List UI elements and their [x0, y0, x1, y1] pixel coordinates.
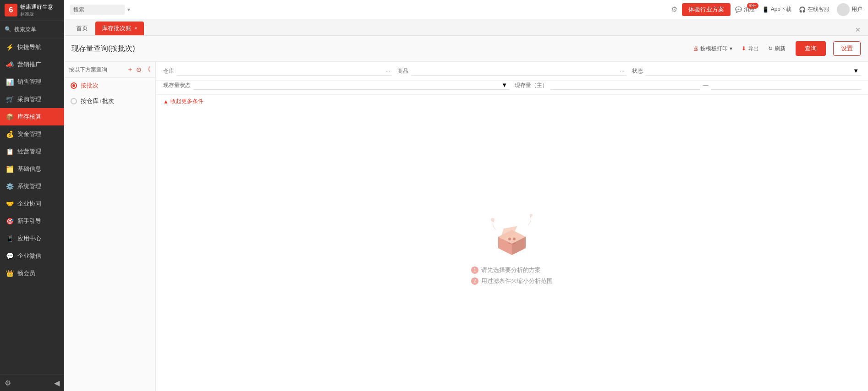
member-icon: 👑: [5, 269, 14, 277]
tab-close-icon[interactable]: ×: [134, 25, 137, 32]
left-panel-actions: ＋ ⊙ 《: [127, 65, 151, 74]
sidebar-item-enterprise-coop[interactable]: 🤝 企业协同: [0, 195, 64, 212]
tab-bar: 首页 库存批次账 × ✕: [64, 19, 868, 36]
collapse-more-conditions-button[interactable]: ▲ 收起更多条件: [163, 98, 203, 105]
filter-row-2: 现存量状态 ▼ 现存量（主） —: [156, 81, 868, 95]
filter-grid-1: 仓库 ··· 商品 ···: [163, 66, 861, 76]
sidebar-item-system[interactable]: ⚙️ 系统管理: [0, 178, 64, 195]
current-qty-min-input[interactable]: [552, 82, 698, 88]
sidebar-item-app-center[interactable]: 📱 应用中心: [0, 230, 64, 247]
inventory-icon: 📦: [5, 113, 14, 121]
page-header: 现存量查询(按批次) 🖨 按模板打印 ▾ ⬇ 导出 ↻ 刷新 查询 设置: [64, 36, 868, 62]
operation-icon: 📋: [5, 147, 14, 156]
warehouse-filter-cell: 仓库 ···: [163, 67, 392, 76]
empty-area: 1 请先选择要分析的方案 2 用过滤条件来缩小分析范围: [156, 108, 868, 391]
guide-icon: 🎯: [5, 217, 14, 225]
sidebar-item-sales[interactable]: 📊 销售管理: [0, 73, 64, 91]
export-button[interactable]: ⬇ 导出: [739, 43, 762, 54]
breadcrumb: ▾: [70, 5, 666, 15]
enterprise-coop-icon: 🤝: [5, 200, 14, 208]
filter-grid-2: 现存量状态 ▼ 现存量（主） —: [163, 81, 861, 90]
search-menu-button[interactable]: 🔍 搜索菜单: [5, 24, 60, 35]
footer-settings-button[interactable]: ⚙: [5, 379, 11, 387]
empty-tip-2: 2 用过滤条件来缩小分析范围: [471, 277, 553, 285]
radio-by-batch: [71, 82, 77, 89]
refresh-button[interactable]: ↻ 刷新: [765, 43, 788, 54]
current-qty-max-input[interactable]: [713, 82, 859, 88]
inventory-status-chevron-icon: ▼: [501, 81, 507, 88]
query-button[interactable]: 查询: [796, 41, 826, 56]
scheme-by-warehouse-batch[interactable]: 按仓库+批次: [64, 93, 155, 109]
sidebar-item-finance[interactable]: 💰 资金管理: [0, 125, 64, 143]
left-panel-header: 按以下方案查询 ＋ ⊙ 《: [64, 62, 155, 78]
print-icon: 🖨: [693, 45, 698, 52]
sidebar-footer: ⚙ ◀: [0, 375, 64, 391]
topbar-gear-button[interactable]: ⚙: [671, 5, 677, 14]
empty-text-list: 1 请先选择要分析的方案 2 用过滤条件来缩小分析范围: [471, 266, 553, 288]
filter-content: 按以下方案查询 ＋ ⊙ 《 按批次 按仓库+批次: [64, 62, 868, 391]
print-dropdown-icon: ▾: [730, 45, 732, 52]
current-qty-filter-cell: 现存量（主） —: [515, 81, 861, 90]
sidebar-item-inventory[interactable]: 📦 库存核算: [0, 108, 64, 125]
sidebar-item-operation[interactable]: 📋 经营管理: [0, 143, 64, 160]
messages-button[interactable]: 💬 消息 99+: [735, 5, 755, 13]
enterprise-wechat-icon: 💬: [5, 252, 14, 260]
collapse-panel-button[interactable]: 《: [144, 65, 151, 74]
scheme-settings-button[interactable]: ⊙: [136, 65, 142, 74]
user-avatar-area[interactable]: 用户: [837, 3, 863, 16]
sidebar-item-enterprise-wechat[interactable]: 💬 企业微信: [0, 247, 64, 265]
tab-bar-close-button[interactable]: ✕: [853, 24, 863, 35]
right-area: 仓库 ··· 商品 ···: [156, 62, 868, 391]
goods-input[interactable]: [413, 68, 620, 74]
app-center-icon: 📱: [5, 234, 14, 243]
sidebar-item-guide[interactable]: 🎯 新手引导: [0, 212, 64, 230]
scheme-by-batch[interactable]: 按批次: [64, 78, 155, 93]
sidebar-item-quick-nav[interactable]: ⚡ 快捷导航: [0, 38, 64, 56]
sidebar-item-member[interactable]: 👑 畅会员: [0, 265, 64, 282]
topbar: ▾ ⚙ 体验行业方案 💬 消息 99+ 📱 App下载 🎧 在线客服 用户: [64, 0, 868, 19]
action-row: ▲ 收起更多条件: [156, 95, 868, 108]
tab-home[interactable]: 首页: [70, 22, 94, 35]
filter-row-1: 仓库 ··· 商品 ···: [156, 62, 868, 81]
warehouse-label: 仓库: [163, 67, 174, 75]
print-button[interactable]: 🖨 按模板打印 ▾: [690, 43, 735, 54]
sidebar-collapse-button[interactable]: ◀: [54, 379, 60, 387]
topbar-search-input[interactable]: [70, 5, 125, 15]
current-qty-dash: —: [703, 82, 709, 88]
export-icon: ⬇: [742, 45, 746, 52]
sidebar-header: 6 畅康通好生意 标准版: [0, 0, 64, 21]
tab-inventory-batch[interactable]: 库存批次账 ×: [95, 22, 144, 35]
refresh-icon: ↻: [768, 45, 773, 52]
inventory-status-select-wrap[interactable]: ▼: [193, 81, 509, 90]
goods-more-icon[interactable]: ···: [620, 68, 625, 74]
sidebar-item-basic[interactable]: 🗂️ 基础信息: [0, 160, 64, 178]
trial-industry-button[interactable]: 体验行业方案: [682, 3, 731, 16]
warehouse-more-icon[interactable]: ···: [385, 68, 390, 74]
inventory-status-filter-cell: 现存量状态 ▼: [163, 81, 509, 90]
warehouse-input-wrap: ···: [177, 67, 392, 76]
radio-by-warehouse-batch: [71, 98, 77, 104]
current-qty-min-wrap: [550, 81, 700, 90]
warehouse-input[interactable]: [179, 68, 385, 74]
inventory-status-label: 现存量状态: [163, 81, 191, 89]
status-select-wrap[interactable]: ▼: [646, 66, 861, 76]
phone-icon: 📱: [762, 6, 769, 13]
current-qty-max-wrap: [711, 81, 861, 90]
page-title: 现存量查询(按批次): [71, 44, 135, 54]
sidebar-nav: ⚡ 快捷导航 📣 营销推广 📊 销售管理 🛒 采购管理 📦 库存核算 💰 资金管…: [0, 38, 64, 375]
sidebar-item-marketing[interactable]: 📣 营销推广: [0, 56, 64, 73]
online-service-button[interactable]: 🎧 在线客服: [799, 5, 830, 13]
settings-button[interactable]: 设置: [833, 41, 861, 56]
system-icon: ⚙️: [5, 182, 14, 190]
goods-label: 商品: [397, 67, 408, 75]
page-header-actions: 🖨 按模板打印 ▾ ⬇ 导出 ↻ 刷新 查询 设置: [690, 41, 861, 56]
current-qty-label: 现存量（主）: [515, 81, 548, 89]
app-download-button[interactable]: 📱 App下载: [762, 5, 791, 13]
chevron-up-icon: ▲: [163, 98, 169, 105]
sidebar-item-purchase[interactable]: 🛒 采购管理: [0, 91, 64, 108]
search-icon: 🔍: [5, 26, 11, 33]
sidebar-search-area: 🔍 搜索菜单: [0, 21, 64, 38]
finance-icon: 💰: [5, 130, 14, 138]
svg-point-6: [491, 218, 494, 222]
add-scheme-button[interactable]: ＋: [127, 65, 133, 74]
